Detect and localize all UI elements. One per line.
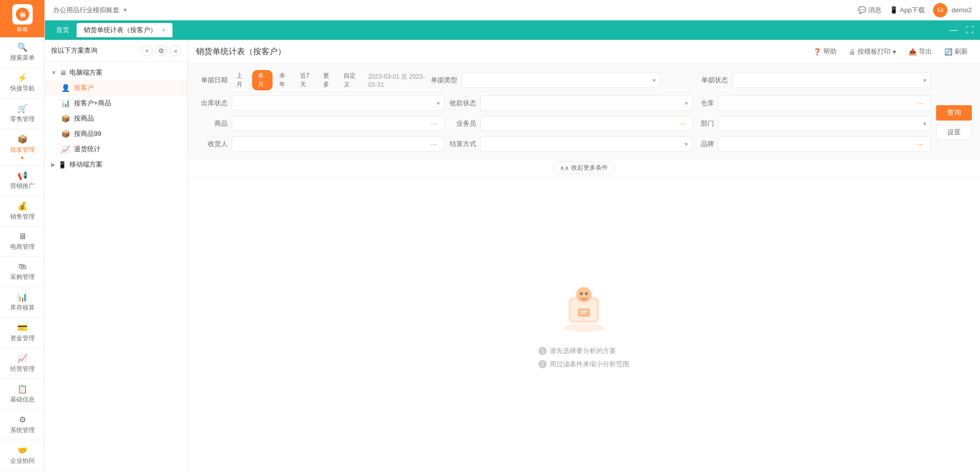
warehouse-control: ···: [718, 96, 931, 111]
empty-tip-1: 1 请先选择要分析的方案: [538, 346, 629, 356]
sidebar-item-wholesale[interactable]: 📦 批发管理 ▲: [0, 129, 44, 166]
avatar-initials: Ea: [937, 7, 943, 13]
download-icon: 📱: [890, 6, 898, 14]
add-icon: +: [145, 47, 149, 55]
date-tab-this-month[interactable]: 本月: [252, 70, 273, 90]
inventory-icon: 📊: [17, 292, 28, 302]
left-panel-header: 按以下方案查询 + ⚙ «: [45, 40, 187, 62]
scheme-item-by-product-99-label: 按商品99: [74, 129, 101, 138]
topbar-dropdown-icon[interactable]: ▾: [124, 6, 127, 14]
recipient-control: ···: [232, 136, 445, 152]
scheme-item-by-customer[interactable]: 👤 按客户: [45, 80, 187, 96]
sidebar-item-enterprise-label: 企业协同: [10, 457, 35, 465]
order-type-select[interactable]: ▾: [461, 73, 660, 88]
scheme-item-by-customer-product[interactable]: 📊 按客户+商品: [45, 96, 187, 111]
scheme-item-by-product-99[interactable]: 📦 按商品99: [45, 126, 187, 141]
product-control: ···: [232, 116, 445, 131]
recipient-label: 收货人: [196, 139, 232, 149]
recipient-dots[interactable]: ···: [428, 140, 440, 148]
logo[interactable]: 畅 标账: [0, 0, 44, 37]
sidebar-item-retail[interactable]: 🛒 零售管理: [0, 99, 44, 129]
tab-home[interactable]: 首页: [49, 23, 77, 37]
topbar-right: 💬 消息 📱 App下载 Ea demo2: [858, 3, 972, 17]
print-dropdown-icon: ▾: [893, 48, 896, 56]
maximize-icon: ⛶: [966, 26, 974, 35]
date-tab-custom[interactable]: 自定义: [339, 70, 362, 90]
product-dots[interactable]: ···: [428, 120, 440, 128]
date-tab-last-7[interactable]: 近7天: [296, 70, 316, 90]
collapse-conditions-btn[interactable]: ∧∧ 收起更多条件: [553, 161, 615, 174]
print-btn[interactable]: 🖨 按模板打印 ▾: [845, 45, 900, 58]
out-status-control: ▾: [232, 96, 445, 111]
sidebar-item-sales[interactable]: 💰 销售管理: [0, 196, 44, 227]
sidebar-item-search[interactable]: 🔍 搜索菜单: [0, 37, 44, 68]
export-label: 导出: [919, 47, 932, 56]
recipient-select[interactable]: ···: [232, 136, 445, 152]
date-tab-more[interactable]: 更多: [318, 70, 337, 90]
sidebar-item-ecommerce[interactable]: 🖥 电商管理: [0, 227, 44, 257]
sidebar-item-operation[interactable]: 📈 经营管理: [0, 348, 44, 379]
sidebar-item-inventory-label: 库存核算: [10, 303, 35, 312]
tab-close-btn[interactable]: ×: [162, 27, 165, 34]
scheme-item-return-stats[interactable]: 📈 退货统计: [45, 141, 187, 157]
receipt-status-select[interactable]: ▾: [480, 96, 693, 111]
app-download-btn[interactable]: 📱 App下载: [890, 6, 925, 15]
tip-text-1: 请先选择要分析的方案: [550, 346, 616, 356]
help-btn[interactable]: ❓ 帮助: [809, 45, 841, 58]
sidebar-item-inventory[interactable]: 📊 库存核算: [0, 287, 44, 318]
tab-maximize-btn[interactable]: ⛶: [964, 24, 976, 36]
svg-rect-8: [578, 309, 590, 317]
settings-btn[interactable]: 设置: [936, 125, 972, 140]
tab-sales-stats-label: 销货单统计表（按客户）: [84, 26, 157, 35]
product-label: 商品: [196, 119, 232, 128]
add-scheme-btn[interactable]: +: [141, 45, 153, 56]
out-status-select[interactable]: ▾: [232, 96, 445, 111]
collapse-panel-btn[interactable]: «: [170, 45, 181, 56]
tab-minimize-btn[interactable]: —: [947, 24, 960, 36]
product-select[interactable]: ···: [232, 116, 445, 131]
sidebar-item-sales-label: 销售管理: [10, 213, 35, 221]
page-title-bar: 销货单统计表（按客户） ❓ 帮助 🖨 按模板打印 ▾ 📤 导出: [188, 40, 980, 64]
warehouse-select[interactable]: ···: [718, 96, 931, 111]
sidebar-item-purchase[interactable]: 🛍 采购管理: [0, 257, 44, 287]
page-toolbar: ❓ 帮助 🖨 按模板打印 ▾ 📤 导出 🔄 刷新: [809, 45, 972, 58]
sidebar-item-marketing[interactable]: 📢 营销推广: [0, 166, 44, 196]
sidebar-item-basic[interactable]: 📋 基础信息: [0, 379, 44, 410]
order-status-select[interactable]: ▾: [732, 73, 931, 88]
message-btn[interactable]: 💬 消息: [858, 6, 881, 15]
receipt-status-label: 收款状态: [450, 99, 480, 108]
export-btn[interactable]: 📤 导出: [904, 45, 936, 58]
scheme-group-mobile-header[interactable]: ▶ 📱 移动端方案: [45, 157, 187, 172]
tab-sales-stats[interactable]: 销货单统计表（按客户） ×: [77, 23, 173, 37]
scheme-group-mobile: ▶ 📱 移动端方案: [45, 157, 187, 172]
salesperson-label: 业务员: [450, 119, 480, 128]
edit-scheme-btn[interactable]: ⚙: [156, 45, 167, 56]
refresh-btn[interactable]: 🔄 刷新: [940, 45, 972, 58]
return-stats-scheme-icon: 📈: [61, 145, 70, 153]
sidebar-item-quick-nav[interactable]: ⚡ 快捷导航: [0, 68, 44, 99]
enterprise-icon: 🤝: [17, 445, 28, 455]
logo-label: 标账: [17, 26, 28, 33]
date-tab-last-month[interactable]: 上月: [232, 70, 250, 90]
sidebar-item-finance[interactable]: 💳 资金管理: [0, 318, 44, 348]
filter-row-4: 收货人 ··· 结算方式 ▾ 品牌: [196, 136, 972, 152]
scheme-item-by-product[interactable]: 📦 按商品: [45, 111, 187, 126]
scheme-group-desktop: ▼ 🖥 电脑端方案 👤 按客户 📊 按客户+商品 📦 按商品: [45, 65, 187, 157]
sidebar-item-enterprise[interactable]: 🤝 企业协同: [0, 440, 44, 471]
right-panel: 销货单统计表（按客户） ❓ 帮助 🖨 按模板打印 ▾ 📤 导出: [188, 40, 980, 472]
scheme-group-desktop-header[interactable]: ▼ 🖥 电脑端方案: [45, 65, 187, 80]
logo-icon: 畅: [12, 4, 33, 25]
brand-dots[interactable]: ···: [914, 140, 926, 148]
salesperson-select[interactable]: ···: [480, 116, 693, 131]
salesperson-dots[interactable]: ···: [676, 120, 689, 128]
message-icon: 💬: [858, 6, 866, 14]
sidebar-item-system[interactable]: ⚙ 系统管理: [0, 410, 44, 440]
warehouse-dots[interactable]: ···: [914, 99, 926, 107]
brand-select[interactable]: ···: [718, 136, 931, 152]
query-btn[interactable]: 查询: [936, 105, 972, 121]
date-tab-this-year[interactable]: 本年: [275, 70, 293, 90]
user-area[interactable]: Ea demo2: [933, 3, 972, 17]
settlement-select[interactable]: ▾: [480, 136, 693, 152]
order-status-label: 单据状态: [701, 76, 732, 85]
department-select[interactable]: ▾: [718, 116, 931, 131]
